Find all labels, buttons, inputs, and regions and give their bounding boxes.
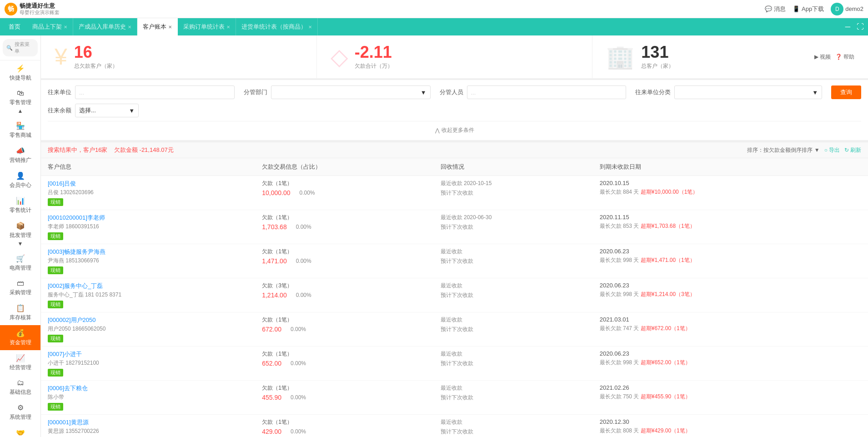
video-label: 视频 <box>820 53 831 61</box>
sidebar-item-marketing[interactable]: 📣 营销推广 <box>0 143 40 168</box>
tab-home[interactable]: 首页 <box>2 18 27 35</box>
sidebar-search-box[interactable]: 🔍 搜索菜单 <box>3 39 38 56</box>
help-btn[interactable]: ❓ 帮助 <box>835 53 854 61</box>
customer-name-4[interactable]: [000002]用户2050 <box>48 316 248 324</box>
tab-purchase-order[interactable]: 采购订单统计表 ✕ <box>178 18 236 35</box>
debt-amount-7: 429.00 <box>262 428 281 435</box>
sidebar-search-area[interactable]: 🔍 搜索菜单 <box>0 35 40 60</box>
filter-manager-label: 分管人员 <box>440 88 463 96</box>
filter-balance: 往来余额 选择... ▼ <box>48 104 139 117</box>
stats-bar: ¥ 16 总欠款客户（家） ◇ -2.11 欠款合计（万） 🏢 <box>41 35 868 78</box>
retail-stats-icon: 📊 <box>16 196 25 205</box>
sidebar-item-member-center[interactable]: 👤 会员中心 <box>0 168 40 193</box>
sidebar-item-batch-mgmt[interactable]: 📦 批发管理 ▼ <box>0 218 40 251</box>
stat-info-debt-amount: -2.11 欠款合计（万） <box>355 44 393 70</box>
message-btn[interactable]: 💬 消息 <box>765 5 786 13</box>
sidebar-item-quick-nav[interactable]: ⚡ 快捷导航 <box>0 60 40 85</box>
customer-name-5[interactable]: [0007]小进干 <box>48 350 248 358</box>
video-btn[interactable]: ▶ 视频 <box>814 53 831 61</box>
nav-tabs-bar: 首页 商品上下架 ✕ 产成品入库单历史 ✕ 客户账本 ✕ 采购订单统计表 ✕ 进… <box>0 18 868 35</box>
row-overdue-2: 2020.06.23 最长欠款 998 天 超期¥1,471.00（1笔） <box>600 248 861 264</box>
customer-name-3[interactable]: [0002]服务中心_丁磊 <box>48 282 248 290</box>
sidebar-item-inventory[interactable]: 📋 库存核算 <box>0 300 40 325</box>
filter-unit-classify-label: 往来单位分类 <box>635 88 671 96</box>
debt-percent-6: 0.00% <box>291 394 306 401</box>
operations-icon: 📈 <box>16 354 25 362</box>
sidebar-item-operations[interactable]: 📈 经营管理 <box>0 350 40 375</box>
quick-nav-icon: ⚡ <box>16 64 25 73</box>
cell-collection-7: 最近收款 预计下次收款 <box>434 415 593 437</box>
sidebar-item-enterprise[interactable]: 🤝 企业协同 <box>0 425 40 437</box>
app-download-btn[interactable]: 📱 App下载 <box>793 5 824 13</box>
overdue-link-2[interactable]: 超期¥1,471.00（1笔） <box>641 257 695 263</box>
window-minimize-btn[interactable]: ─ <box>843 23 852 31</box>
customer-name-7[interactable]: [000001]黄思源 <box>48 418 248 427</box>
sidebar-item-retail-mall[interactable]: 🏪 零售商城 <box>0 118 40 143</box>
filter-unit-classify-select[interactable]: ▼ <box>674 85 822 99</box>
logo-text: 畅捷通好生意 <box>20 2 60 10</box>
filter-dept-select[interactable]: ▼ <box>271 85 431 99</box>
tab-inventory-stats[interactable]: 进货单统计表（按商品） ✕ <box>236 18 318 35</box>
overdue-link-5[interactable]: 超期¥652.00（1笔） <box>641 359 691 366</box>
tab-product-off[interactable]: 商品上下架 ✕ <box>27 18 73 35</box>
result-debt-prefix: 欠款金额 <box>114 146 138 153</box>
sidebar-item-basic-info[interactable]: 🗂 基础信息 <box>0 375 40 400</box>
search-placeholder: 搜索菜单 <box>15 41 34 55</box>
overdue-link-6[interactable]: 超期¥455.90（1笔） <box>641 393 691 400</box>
filter-source-unit-input[interactable]: ... <box>75 85 235 99</box>
tab-product-off-close[interactable]: ✕ <box>64 25 67 30</box>
window-maximize-btn[interactable]: ⛶ <box>855 23 866 31</box>
customer-name-2[interactable]: [0003]畅捷服务尹海燕 <box>48 248 248 256</box>
sidebar-item-system[interactable]: ⚙ 系统管理 <box>0 400 40 425</box>
refresh-btn[interactable]: ↻ 刷新 <box>844 146 861 154</box>
overdue-link-3[interactable]: 超期¥1,214.00（3笔） <box>641 291 695 297</box>
sidebar-item-purchase[interactable]: 🗃 采购管理 <box>0 276 40 300</box>
result-text: 搜索结果中，客户16家 欠款金额 -21,148.07元 <box>48 146 174 154</box>
cell-overdue-6: 2021.02.26 最长欠款 750 天 超期¥455.90（1笔） <box>593 381 868 415</box>
row-collection-5: 最近收款 预计下次收款 <box>441 350 586 367</box>
customer-name-1[interactable]: [00010200001]李老师 <box>48 214 248 222</box>
sidebar-item-finance[interactable]: 💰 资金管理 <box>0 325 40 350</box>
overdue-date-1: 2020.11.15 <box>600 214 861 221</box>
customer-name-6[interactable]: [0006]去下粮仓 <box>48 384 248 392</box>
filter-row-2: 往来余额 选择... ▼ <box>48 104 861 117</box>
result-sort[interactable]: 排序：按欠款金额倒序排序 ▼ <box>747 146 820 154</box>
tab-customer-account-close[interactable]: ✕ <box>168 25 172 30</box>
basic-info-icon: 🗂 <box>17 379 24 387</box>
overdue-link-7[interactable]: 超期¥429.00（1笔） <box>641 427 691 434</box>
filter-source-unit-label: 往来单位 <box>48 88 71 96</box>
search-button[interactable]: 查询 <box>831 85 861 99</box>
tab-product-history[interactable]: 产成品入库单历史 ✕ <box>73 18 137 35</box>
collapse-btn[interactable]: ⋀ 收起更多条件 <box>433 124 477 136</box>
tab-inventory-stats-close[interactable]: ✕ <box>308 25 312 30</box>
filter-dept-label: 分管部门 <box>244 88 267 96</box>
row-debt-6: 欠款（1笔） 455.90 0.00% <box>262 384 426 401</box>
export-btn[interactable]: ○ 导出 <box>824 146 840 154</box>
overdue-link-4[interactable]: 超期¥672.00（1笔） <box>641 325 691 332</box>
stat-actions: ▶ 视频 ❓ 帮助 <box>814 53 854 61</box>
logo-area: 畅 畅捷通好生意 母婴行业演示账套 <box>5 2 95 15</box>
overdue-link-0[interactable]: 超期¥10,000.00（1笔） <box>641 189 698 195</box>
filter-balance-select[interactable]: 选择... ▼ <box>75 104 139 117</box>
overdue-date-6: 2021.02.26 <box>600 384 861 391</box>
sidebar-item-operations-label: 经营管理 <box>10 364 31 372</box>
sidebar-item-retail-mgmt[interactable]: 🛍 零售管理 ▲ <box>0 85 40 118</box>
table-row: [000002]用户2050 用户2050 18665062050 现销 欠款（… <box>41 312 868 347</box>
row-overdue-0: 2020.10.15 最长欠款 884 天 超期¥10,000.00（1笔） <box>600 180 861 196</box>
sidebar-item-finance-label: 资金管理 <box>10 339 31 347</box>
overdue-link-1[interactable]: 超期¥1,703.68（1笔） <box>641 223 695 229</box>
debt-percent-4: 0.00% <box>291 326 306 332</box>
filter-manager-input[interactable]: ... <box>467 85 627 99</box>
customer-name-0[interactable]: [0016]吕俊 <box>48 180 248 188</box>
table-row: [0003]畅捷服务尹海燕 尹海燕 18513066976 现销 欠款（1笔） … <box>41 244 868 278</box>
sidebar-item-retail-stats[interactable]: 📊 零售统计 <box>0 193 40 218</box>
sidebar-item-ecommerce[interactable]: 🛒 电商管理 <box>0 251 40 276</box>
result-debt-value: -21,148.07元 <box>140 146 174 153</box>
row-debt-5: 欠款（1笔） 652.00 0.00% <box>262 350 426 367</box>
tab-purchase-order-close[interactable]: ✕ <box>226 25 230 30</box>
row-collection-0: 最近收款 2020-10-15 预计下次收款 <box>441 180 586 197</box>
user-area[interactable]: D demo2 <box>831 3 863 15</box>
tab-product-history-close[interactable]: ✕ <box>128 25 131 30</box>
tab-customer-account[interactable]: 客户账本 ✕ <box>137 18 178 35</box>
th-overdue-date: 到期未收款日期 <box>593 158 868 176</box>
